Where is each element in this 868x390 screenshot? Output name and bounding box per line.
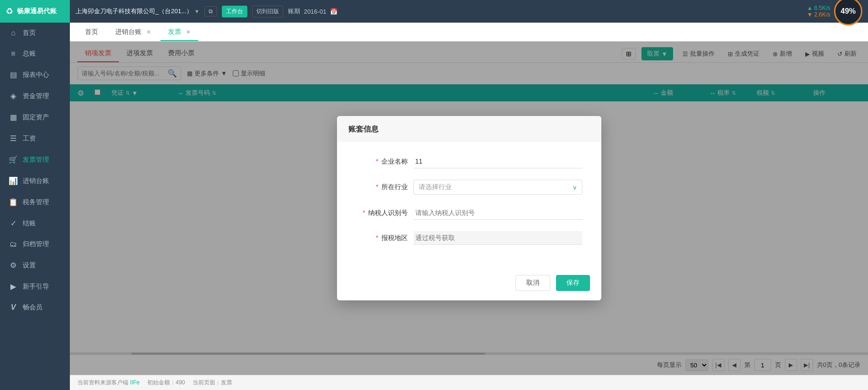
- archive-icon: 🗂: [8, 240, 18, 249]
- tabbar: 首页 进销台账 ✕ 发票 ✕: [70, 23, 868, 41]
- tab-invoice-close-icon[interactable]: ✕: [186, 29, 191, 35]
- save-button[interactable]: 保存: [556, 275, 590, 291]
- sidebar-item-tax[interactable]: 📋 税务管理: [0, 191, 70, 213]
- form-row-company: * 企业名称: [356, 155, 582, 168]
- sidebar-item-invoice[interactable]: 🛒 发票管理: [0, 149, 70, 170]
- close-accounts-icon: ✓: [8, 219, 18, 228]
- sidebar-item-archive[interactable]: 🗂 归档管理: [0, 234, 70, 255]
- region-label: * 报税地区: [356, 234, 408, 242]
- period-value: 2016-01: [304, 8, 327, 15]
- company-chevron-icon: ▼: [194, 8, 200, 14]
- switch-old-button[interactable]: 切到旧版: [252, 6, 283, 17]
- vip-icon: V: [8, 303, 18, 312]
- status-text: 当前资料来源客户端 IIFe: [77, 379, 140, 387]
- sidebar-item-assets[interactable]: ▦ 固定资产: [0, 107, 70, 128]
- sidebar-item-purchase[interactable]: 📊 进销台账: [0, 170, 70, 191]
- report-icon: ▤: [8, 70, 18, 79]
- sidebar-item-report[interactable]: ▤ 报表中心: [0, 64, 70, 85]
- dialog-footer: 取消 保存: [337, 269, 601, 300]
- initial-amount: 初始金额：490: [147, 379, 185, 387]
- industry-placeholder: 请选择行业: [419, 183, 452, 191]
- tax-icon: 📋: [8, 198, 18, 207]
- main-area: 上海卯金刀电子科技有限公司_（台201...） ▼ ⧉ 工作台 切到旧版 账期 …: [70, 0, 868, 390]
- tab-invoice[interactable]: 发票 ✕: [160, 24, 198, 41]
- form-row-industry: * 所在行业 请选择行业 ∨: [356, 180, 582, 195]
- tax-region-input: [413, 231, 582, 245]
- cancel-button[interactable]: 取消: [515, 275, 550, 291]
- speed-down: ▼ 2.6K/s: [807, 11, 830, 18]
- status-link[interactable]: IIFe: [130, 379, 140, 386]
- capital-icon: ◈: [8, 91, 18, 100]
- dialog-header: 账套信息: [337, 116, 601, 141]
- invoice-icon: 🛒: [8, 155, 18, 164]
- dialog-overlay[interactable]: 账套信息 * 企业名称 * 所在行业: [70, 41, 868, 375]
- company-selector[interactable]: 上海卯金刀电子科技有限公司_（台201...） ▼: [76, 7, 200, 16]
- period-display: 账期 2016-01 📅: [288, 7, 338, 16]
- sidebar-item-ledger[interactable]: ≡ 总账: [0, 43, 70, 64]
- industry-label: * 所在行业: [356, 183, 408, 191]
- sidebar-item-salary[interactable]: ☰ 工资: [0, 128, 70, 149]
- tab-home[interactable]: 首页: [77, 24, 106, 41]
- sidebar-item-settings[interactable]: ⚙ 设置: [0, 255, 70, 276]
- guide-icon: ▶: [8, 282, 18, 291]
- copy-icon: ⧉: [209, 8, 213, 15]
- sidebar-logo: ♻ 畅康通易代账: [0, 0, 70, 23]
- company-name-input[interactable]: [413, 155, 582, 168]
- calendar-icon[interactable]: 📅: [330, 8, 337, 15]
- topbar: 上海卯金刀电子科技有限公司_（台201...） ▼ ⧉ 工作台 切到旧版 账期 …: [70, 0, 868, 23]
- gear-icon: ⚙: [8, 261, 18, 270]
- content-area: 销项发票 进项发票 费用小票 ⊞ 取票 ▼ ☰ 批量操作: [70, 41, 868, 375]
- home-icon: ⌂: [8, 29, 18, 37]
- dialog-account-info: 账套信息 * 企业名称 * 所在行业: [337, 116, 601, 300]
- app-name: 畅康通易代账: [17, 7, 57, 16]
- speed-percent: 49%: [841, 7, 856, 16]
- sidebar-item-vip[interactable]: V 畅会员: [0, 297, 70, 318]
- speed-indicator: 49%: [834, 0, 862, 25]
- tax-id-input[interactable]: [413, 206, 582, 220]
- ledger-icon: ≡: [8, 50, 18, 58]
- sidebar-item-guide[interactable]: ▶ 新手引导: [0, 276, 70, 297]
- topbar-right: ▲ 8.5K/s ▼ 2.6K/s 49%: [807, 0, 862, 25]
- taxid-label: * 纳税人识别号: [356, 209, 408, 217]
- assets-icon: ▦: [8, 113, 18, 122]
- workbench-button[interactable]: 工作台: [222, 6, 247, 17]
- form-row-region: * 报税地区: [356, 231, 582, 245]
- copy-button[interactable]: ⧉: [204, 6, 217, 17]
- logo-icon: ♻: [6, 6, 13, 17]
- company-name-label: * 企业名称: [356, 158, 408, 166]
- current-page-info: 当前页面：发票: [193, 379, 232, 387]
- purchase-icon: 📊: [8, 176, 18, 185]
- company-name: 上海卯金刀电子科技有限公司_（台201...）: [76, 7, 193, 16]
- statusbar: 当前资料来源客户端 IIFe 初始金额：490 当前页面：发票: [70, 375, 868, 390]
- tab-purchase[interactable]: 进销台账 ✕: [108, 24, 159, 41]
- sidebar-item-close[interactable]: ✓ 结账: [0, 213, 70, 234]
- industry-chevron-icon: ∨: [573, 184, 577, 191]
- form-row-taxid: * 纳税人识别号: [356, 206, 582, 220]
- tab-purchase-close-icon[interactable]: ✕: [146, 29, 151, 35]
- speed-up: ▲ 8.5K/s: [807, 5, 830, 11]
- sidebar-item-home[interactable]: ⌂ 首页: [0, 23, 70, 43]
- dialog-body: * 企业名称 * 所在行业 请选择行业 ∨: [337, 141, 601, 269]
- salary-icon: ☰: [8, 134, 18, 143]
- sidebar: ♻ 畅康通易代账 ⌂ 首页 ≡ 总账 ▤ 报表中心 ◈ 资金管理 ▦ 固定资产 …: [0, 0, 70, 390]
- industry-select[interactable]: 请选择行业 ∨: [413, 180, 582, 195]
- sidebar-item-capital[interactable]: ◈ 资金管理: [0, 85, 70, 107]
